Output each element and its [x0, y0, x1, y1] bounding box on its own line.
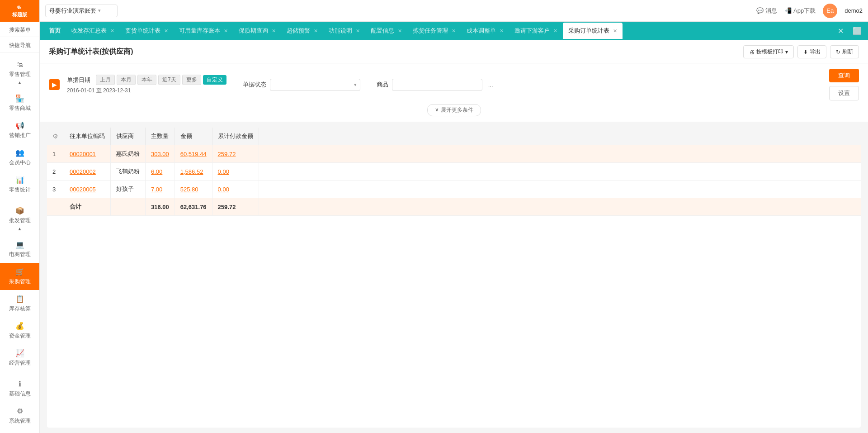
qty-link[interactable]: 7.00: [151, 186, 162, 193]
sidebar-item-ecommerce[interactable]: 💻 电商管理: [0, 236, 39, 263]
quicknav-label[interactable]: 快捷导航: [9, 42, 31, 48]
sidebar-quicknav[interactable]: 快捷导航: [0, 37, 39, 52]
tab-home-label: 首页: [49, 27, 61, 35]
tab-close-icon[interactable]: ✕: [452, 28, 456, 34]
sidebar-item-label: 采购管理: [9, 278, 31, 285]
commodity-more-button[interactable]: ...: [486, 79, 495, 90]
sidebar-item-wholesale[interactable]: 📦 批发管理 ▲: [0, 202, 39, 236]
sidebar-item-enterprise[interactable]: 🤝 企业协同: [0, 429, 39, 433]
refresh-icon: ↻: [836, 49, 840, 55]
tab-shelf-life[interactable]: 保质期查询 ✕: [233, 23, 281, 39]
search-menu-label[interactable]: 搜索菜单: [9, 27, 31, 33]
sidebar-item-inventory[interactable]: 📋 库存核算: [0, 290, 39, 317]
amount-link[interactable]: 1,586.52: [180, 168, 203, 175]
tab-close-icon[interactable]: ✕: [224, 28, 228, 34]
commodity-filter-label: 商品: [377, 81, 388, 89]
main-wrapper: 母婴行业演示账套 ▾ 💬 消息 📲 App下载 Ea demo2 首页 收发存汇…: [40, 0, 868, 433]
footer-amount: 62,631.76: [175, 198, 212, 216]
expand-more-button[interactable]: ⊻ 展开更多条件: [427, 104, 481, 116]
tab-close-icon[interactable]: ✕: [272, 28, 276, 34]
sidebar-search[interactable]: 搜索菜单: [0, 22, 39, 37]
shortcut-this-year[interactable]: 本年: [137, 75, 156, 85]
logo-text: 标题版: [12, 11, 27, 18]
footer-empty-1: [47, 198, 64, 216]
sidebar-item-purchase[interactable]: 🛒 采购管理: [0, 263, 39, 290]
qty-link[interactable]: 303.00: [151, 151, 169, 157]
amount-link[interactable]: 525.80: [180, 186, 198, 193]
paid-link[interactable]: 259.72: [218, 151, 236, 157]
shortcut-more[interactable]: 更多: [182, 75, 201, 85]
paid-link[interactable]: 0.00: [218, 168, 229, 175]
template-print-button[interactable]: 🖨 按模板打印 ▾: [743, 45, 794, 58]
tab-purchase-order-stats[interactable]: 采购订单统计表 ✕: [563, 23, 623, 39]
sidebar-item-marketing[interactable]: 📢 营销推广: [0, 117, 39, 144]
status-select[interactable]: [270, 79, 360, 91]
tab-close-icon[interactable]: ✕: [356, 28, 360, 34]
app-download-label: App下载: [793, 7, 816, 15]
workspace-selector[interactable]: 母婴行业演示账套 ▾: [45, 5, 118, 17]
tab-order-stats[interactable]: 要货单统计表 ✕: [120, 23, 174, 39]
unit-code-link[interactable]: 00020002: [70, 168, 96, 175]
tab-available-inventory[interactable]: 可用量库存账本 ✕: [174, 23, 233, 39]
qty-link[interactable]: 6.00: [151, 168, 162, 175]
sidebar-item-label: 库存核算: [9, 305, 31, 313]
sidebar-item-finance[interactable]: 💰 资金管理: [0, 317, 39, 344]
tab-close-icon[interactable]: ✕: [500, 28, 504, 34]
cell-paid: 259.72: [212, 145, 259, 163]
message-button[interactable]: 💬 消息: [756, 7, 777, 15]
message-icon: 💬: [756, 7, 764, 14]
sidebar-item-retail-mall[interactable]: 🏪 零售商城: [0, 90, 39, 117]
tab-close-icon[interactable]: ✕: [398, 28, 402, 34]
tab-label: 功能说明: [329, 27, 352, 35]
app-download-button[interactable]: 📲 App下载: [784, 7, 816, 15]
template-print-label: 按模板打印: [756, 48, 783, 56]
sidebar-item-retail-stats[interactable]: 📊 零售统计: [0, 171, 39, 198]
user-avatar[interactable]: Ea: [823, 4, 837, 18]
custom-date-tag[interactable]: 自定义: [203, 75, 226, 85]
sidebar-item-retail-mgmt[interactable]: 🛍 零售管理 ▲: [0, 56, 39, 90]
query-button[interactable]: 查询: [829, 69, 859, 82]
cell-extra: [259, 145, 861, 163]
tab-receive-summary[interactable]: 收发存汇总表 ✕: [66, 23, 120, 39]
filter-settings-button[interactable]: 设置: [829, 86, 859, 100]
tab-config[interactable]: 配置信息 ✕: [365, 23, 407, 39]
tab-label: 拣货任务管理: [413, 27, 448, 35]
sidebar: 畅 标题版 搜索菜单 快捷导航 🛍 零售管理 ▲ 🏪 零售商城 📢 营销推广 👥…: [0, 0, 40, 433]
cell-extra: [259, 181, 861, 198]
tab-home[interactable]: 首页: [43, 23, 66, 39]
shortcut-last-month[interactable]: 上月: [96, 75, 115, 85]
tab-cost-adjust[interactable]: 成本调整单 ✕: [461, 23, 509, 39]
commodity-input[interactable]: [392, 79, 482, 91]
filter-toggle-button[interactable]: ▶: [49, 79, 60, 90]
sidebar-item-operation[interactable]: 📈 经营管理: [0, 344, 39, 371]
tab-close-icon[interactable]: ✕: [314, 28, 318, 34]
sidebar-item-member[interactable]: 👥 会员中心: [0, 144, 39, 171]
export-button[interactable]: ⬇ 导出: [797, 45, 826, 58]
sidebar-item-system[interactable]: ⚙ 系统管理: [0, 402, 39, 429]
shortcut-this-month[interactable]: 本月: [117, 75, 136, 85]
sidebar-item-basic-info[interactable]: ℹ 基础信息: [0, 375, 39, 402]
basic-info-icon: ℹ: [19, 380, 21, 388]
tab-picking-task[interactable]: 拣货任务管理 ✕: [407, 23, 461, 39]
close-window-button[interactable]: ✕: [835, 26, 846, 36]
unit-code-link[interactable]: 00020005: [70, 186, 96, 193]
column-settings-icon[interactable]: ⚙: [52, 133, 58, 140]
tab-features[interactable]: 功能说明 ✕: [323, 23, 365, 39]
refresh-button[interactable]: ↻ 刷新: [830, 45, 859, 58]
th-extra: [259, 128, 861, 145]
maximize-window-button[interactable]: ⬜: [850, 26, 864, 36]
amount-link[interactable]: 60,519.44: [180, 151, 207, 157]
tab-close-active-icon[interactable]: ✕: [613, 28, 617, 34]
query-btn-group: 查询 设置: [829, 69, 859, 100]
tab-invite-customer[interactable]: 邀请下游客户 ✕: [509, 23, 563, 39]
tab-close-icon[interactable]: ✕: [164, 28, 168, 34]
cell-paid: 0.00: [212, 181, 259, 198]
date-range-display: 2016-01-01 至 2023-12-31: [67, 87, 226, 95]
shortcut-7days[interactable]: 近7天: [158, 75, 180, 85]
tab-close-icon[interactable]: ✕: [553, 28, 557, 34]
tab-close-icon[interactable]: ✕: [110, 28, 114, 34]
tab-overstock[interactable]: 超储预警 ✕: [281, 23, 323, 39]
paid-link[interactable]: 0.00: [218, 186, 229, 193]
unit-code-link[interactable]: 00020001: [70, 151, 96, 157]
page-header: 采购订单统计表(按供应商) 🖨 按模板打印 ▾ ⬇ 导出 ↻ 刷新: [40, 40, 868, 63]
